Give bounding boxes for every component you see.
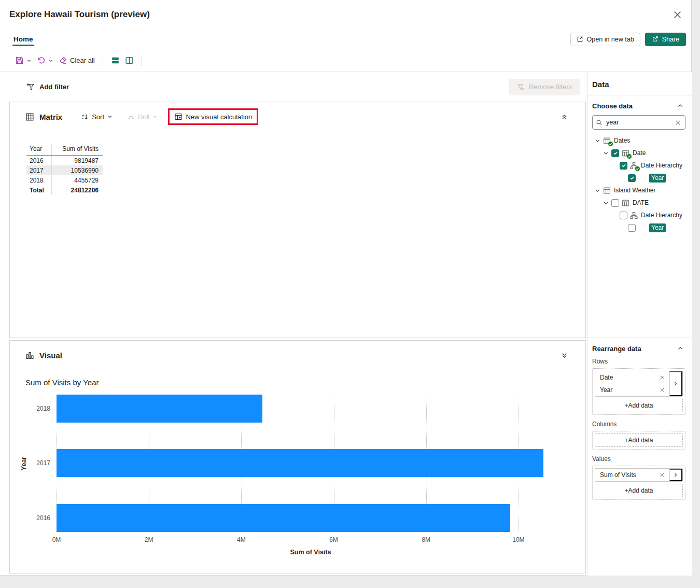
new-visual-calculation-button[interactable]: New visual calculation [174,113,252,121]
chart-title: Sum of Visits by Year [25,378,585,387]
bar-chart-icon [25,351,34,360]
checkbox-checked[interactable] [628,174,636,182]
field-pill-date[interactable]: Date [595,371,669,384]
visual-panel: Visual Sum of Visits by Year Year [9,340,586,573]
share-label: Share [662,36,679,43]
visual-title: Visual [25,351,62,360]
tree-item-label: Dates [614,137,630,144]
close-icon [674,11,681,19]
columns-drop-zone[interactable]: +Add data [592,431,685,450]
tree-item-island-weather[interactable]: Island Weather [592,184,685,197]
checkbox-unchecked[interactable] [620,212,627,219]
expand-rows-well-button[interactable] [669,371,682,396]
values-drop-zone[interactable]: Sum of Visits +Add data [592,466,685,500]
tree-item-date-hierarchy[interactable]: Date Hierarchy [592,159,685,172]
matrix-cell-visits: 4455729 [52,175,103,185]
chevron-down-icon[interactable] [595,188,600,193]
x-tick-label: 6M [329,536,338,543]
clear-all-button[interactable]: Clear all [56,53,97,67]
open-in-new-tab-button[interactable]: Open in new tab [570,33,640,46]
matrix-cell-total-value: 24812206 [52,185,103,195]
close-button[interactable] [668,6,686,23]
matrix-row-2016[interactable]: 2016 9819487 [26,156,103,166]
tab-home[interactable]: Home [12,31,34,47]
x-tick-label: 10M [512,536,524,543]
bar-2016[interactable] [57,504,510,532]
toolbar-divider [103,55,103,66]
share-button[interactable]: Share [645,33,686,46]
checkbox-unchecked[interactable] [628,224,636,232]
checkbox-unchecked[interactable] [611,199,619,207]
collapse-visual-button[interactable] [559,350,570,361]
stacked-view-icon [111,56,120,65]
visual-title-label: Visual [39,351,62,360]
chevron-down-icon[interactable] [603,200,609,206]
bar-2018[interactable] [57,395,262,423]
columns-add-data-button[interactable]: +Add data [595,433,683,447]
tree-item-year-2[interactable]: Year [592,221,685,234]
filter-bar: Add filter Remove filters [0,72,587,102]
share-icon [652,36,659,43]
matrix-row-2017[interactable]: 2017 10536990 [26,165,103,175]
rows-add-data-button[interactable]: +Add data [595,399,683,412]
drill-icon [127,113,135,121]
checkbox-checked[interactable] [620,162,627,170]
matrix-col-year[interactable]: Year [26,144,52,156]
matrix-row-2018[interactable]: 2018 4455729 [26,175,103,185]
tree-item-year[interactable]: Year [592,172,685,184]
add-filter-label: Add filter [39,83,69,91]
selected-check-badge-icon [627,154,632,159]
save-button[interactable] [12,53,34,67]
tree-item-dates[interactable]: Dates [592,134,685,147]
tree-item-date-hierarchy-2[interactable]: Date Hierarchy [592,209,685,221]
chevron-up-icon [677,345,683,352]
matrix-col-visits[interactable]: Sum of Visits [52,144,103,156]
search-input[interactable] [605,118,671,127]
checkbox-checked[interactable] [611,149,619,157]
collapse-rearrange-button[interactable] [676,344,684,353]
bar-row-2018: 2018 [57,395,565,423]
field-pill-year[interactable]: Year [595,384,669,396]
plot-area: Year 2018 2017 [57,395,565,532]
sort-button[interactable]: Sort [79,111,115,123]
tree-item-date[interactable]: Date [592,147,685,159]
sort-chevron-icon [107,114,113,119]
y-axis-title: Year [20,456,27,470]
tree-item-date-caps[interactable]: DATE [592,197,685,209]
expand-values-well-button[interactable] [669,469,682,481]
split-view-button[interactable] [122,53,136,67]
page-title: Explore Hawaii Tourism (preview) [9,9,150,20]
x-axis: 0M 2M 4M 6M 8M 10M [57,536,565,544]
chevron-down-icon[interactable] [595,138,600,144]
clear-search-button[interactable] [674,119,682,127]
collapse-choose-data-button[interactable] [676,102,684,110]
tree-item-label: Date Hierarchy [641,162,682,169]
matrix-cell-visits: 10536990 [52,165,103,175]
table-icon [622,149,630,157]
remove-field-icon[interactable] [659,386,666,394]
new-visual-calculation-icon [174,113,183,121]
rows-drop-zone[interactable]: Date Year [592,368,685,415]
bar-2017[interactable] [57,449,543,477]
clear-all-label: Clear all [70,57,95,64]
rows-fields: Date Year [595,371,669,396]
data-pane: Data Choose data [587,72,692,576]
add-filter-button[interactable]: Add filter [26,82,69,91]
stacked-view-button[interactable] [108,53,122,67]
x-tick-label: 0M [52,536,61,543]
matrix-row-total[interactable]: Total 24812206 [26,185,103,195]
remove-filters-button[interactable]: Remove filters [509,79,580,95]
remove-field-icon[interactable] [659,374,666,381]
collapse-matrix-button[interactable] [559,111,570,122]
chevron-right-icon [673,381,678,386]
values-add-data-button[interactable]: +Add data [595,484,683,497]
matrix-cell-visits: 9819487 [52,156,103,166]
matrix-cell-year: 2017 [26,165,52,175]
chevron-down-icon[interactable] [603,150,609,156]
undo-button[interactable] [34,53,56,67]
remove-field-icon[interactable] [659,471,666,479]
rearrange-data-section: Rearrange data Rows Date [587,338,692,500]
field-pill-sum-of-visits[interactable]: Sum of Visits [595,469,669,481]
drill-button[interactable]: Drill [125,111,160,123]
values-label: Values [592,455,685,463]
